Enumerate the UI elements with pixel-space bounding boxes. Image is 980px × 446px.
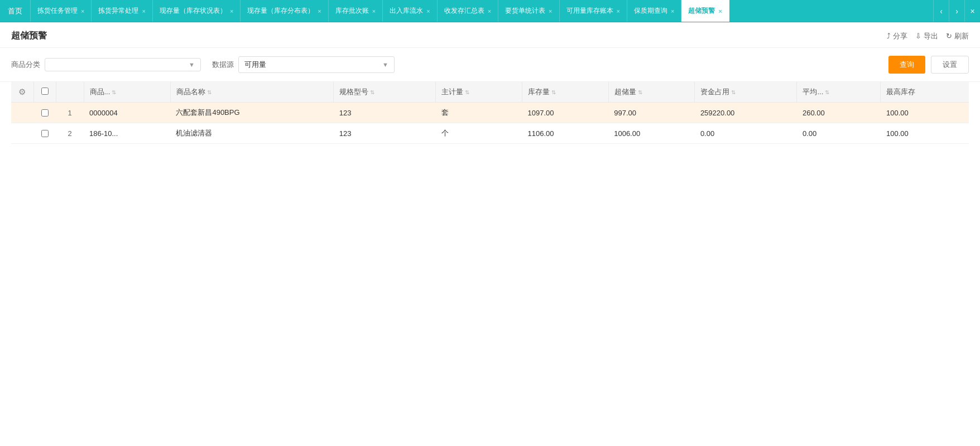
category-label: 商品分类 bbox=[11, 60, 40, 70]
nav-tab-close-7[interactable]: × bbox=[549, 8, 552, 14]
nav-tab-label-10: 超储预警 bbox=[688, 6, 715, 16]
refresh-label: 刷新 bbox=[954, 31, 969, 41]
gear-icon[interactable]: ⚙ bbox=[18, 87, 26, 96]
row-index-0: 1 bbox=[56, 103, 84, 123]
nav-tab-10[interactable]: 超储预警 × bbox=[681, 0, 729, 22]
sort-icon-avg: ⇅ bbox=[825, 89, 829, 95]
page-actions: ⤴ 分享 ⇩ 导出 ↻ 刷新 bbox=[887, 31, 969, 41]
nav-tab-close-3[interactable]: × bbox=[318, 8, 321, 14]
nav-tab-label-1: 拣货异常处理 bbox=[98, 6, 138, 16]
nav-tab-close-8[interactable]: × bbox=[617, 8, 620, 14]
nav-close-button[interactable]: × bbox=[964, 0, 980, 22]
th-unit[interactable]: 主计量 ⇅ bbox=[436, 82, 522, 103]
row-maxstock-1: 100.00 bbox=[881, 123, 969, 144]
nav-tab-label-0: 拣货任务管理 bbox=[37, 6, 78, 16]
th-stock[interactable]: 库存量 ⇅ bbox=[522, 82, 608, 103]
nav-tab-7[interactable]: 要货单统计表 × bbox=[498, 0, 559, 22]
nav-tab-label-7: 要货单统计表 bbox=[505, 6, 545, 16]
th-name-label: 商品名称 bbox=[176, 87, 205, 97]
row-avg-1: 0.00 bbox=[797, 123, 881, 144]
refresh-button[interactable]: ↻ 刷新 bbox=[946, 31, 969, 41]
row-spec-0: 123 bbox=[334, 103, 436, 123]
nav-tab-label-2: 现存量（库存状况表） bbox=[160, 6, 227, 16]
table-wrap: ⚙ 商品... ⇅ 商品名称 bbox=[0, 82, 980, 144]
nav-tab-3[interactable]: 现存量（库存分布表） × bbox=[241, 0, 328, 22]
nav-tab-close-4[interactable]: × bbox=[372, 8, 376, 14]
export-button[interactable]: ⇩ 导出 bbox=[915, 31, 938, 41]
refresh-icon: ↻ bbox=[946, 32, 952, 40]
sort-icon-overstock: ⇅ bbox=[638, 89, 642, 95]
row-stock-1: 1106.00 bbox=[522, 123, 608, 144]
nav-tab-5[interactable]: 出入库流水 × bbox=[383, 0, 437, 22]
select-all-checkbox[interactable] bbox=[41, 88, 49, 95]
sort-icon-name: ⇅ bbox=[207, 89, 212, 95]
row-index-1: 2 bbox=[56, 123, 84, 144]
row-spec-1: 123 bbox=[334, 123, 436, 144]
share-icon: ⤴ bbox=[887, 32, 891, 40]
query-button[interactable]: 查询 bbox=[888, 56, 925, 74]
row-checkbox-cell-1 bbox=[33, 123, 56, 144]
top-nav: 首页 拣货任务管理 × 拣货异常处理 × 现存量（库存状况表） × 现存量（库存… bbox=[0, 0, 980, 22]
nav-tab-8[interactable]: 可用量库存账本 × bbox=[560, 0, 627, 22]
th-index bbox=[56, 82, 84, 103]
th-overstock[interactable]: 超储量 ⇅ bbox=[608, 82, 695, 103]
row-avg-0: 260.00 bbox=[797, 103, 881, 123]
nav-tab-close-6[interactable]: × bbox=[488, 8, 491, 14]
filter-actions: 查询 设置 bbox=[888, 56, 969, 74]
nav-tab-2[interactable]: 现存量（库存状况表） × bbox=[153, 0, 241, 22]
th-name[interactable]: 商品名称 ⇅ bbox=[170, 82, 333, 103]
page-title: 超储预警 bbox=[11, 30, 47, 42]
row-capital-1: 0.00 bbox=[695, 123, 797, 144]
row-checkbox-cell-0 bbox=[33, 103, 56, 123]
th-capital[interactable]: 资金占用 ⇅ bbox=[695, 82, 797, 103]
chevron-down-icon: ▼ bbox=[189, 61, 195, 68]
nav-tab-label-9: 保质期查询 bbox=[634, 6, 667, 16]
nav-tab-1[interactable]: 拣货异常处理 × bbox=[92, 0, 152, 22]
th-maxstock-label: 最高库存 bbox=[886, 88, 915, 96]
nav-tab-close-1[interactable]: × bbox=[142, 8, 145, 14]
th-avg[interactable]: 平均... ⇅ bbox=[797, 82, 881, 103]
datasource-label: 数据源 bbox=[212, 60, 234, 70]
category-filter-group: 商品分类 ▼ bbox=[11, 58, 201, 71]
nav-tab-4[interactable]: 库存批次账 × bbox=[329, 0, 383, 22]
nav-next-button[interactable]: › bbox=[949, 0, 964, 22]
nav-home[interactable]: 首页 bbox=[0, 0, 31, 22]
nav-tab-close-10[interactable]: × bbox=[718, 8, 722, 14]
row-stock-0: 1097.00 bbox=[522, 103, 608, 123]
nav-tab-label-6: 收发存汇总表 bbox=[444, 6, 484, 16]
nav-tab-label-4: 库存批次账 bbox=[335, 6, 369, 16]
nav-tab-label-5: 出入库流水 bbox=[390, 6, 423, 16]
datasource-filter-group: 数据源 可用量 ▼ bbox=[212, 56, 395, 73]
sort-icon-unit: ⇅ bbox=[465, 89, 469, 95]
data-table: ⚙ 商品... ⇅ 商品名称 bbox=[11, 82, 969, 144]
nav-tab-9[interactable]: 保质期查询 × bbox=[627, 0, 681, 22]
row-gear-1 bbox=[11, 123, 33, 144]
th-capital-label: 资金占用 bbox=[700, 87, 729, 97]
nav-prev-button[interactable]: ‹ bbox=[933, 0, 949, 22]
th-maxstock: 最高库存 bbox=[881, 82, 969, 103]
nav-tab-close-5[interactable]: × bbox=[426, 8, 430, 14]
sort-icon-stock: ⇅ bbox=[551, 89, 556, 95]
category-select[interactable]: ▼ bbox=[45, 58, 201, 71]
row-capital-0: 259220.00 bbox=[695, 103, 797, 123]
th-spec[interactable]: 规格型号 ⇅ bbox=[334, 82, 436, 103]
nav-tab-close-0[interactable]: × bbox=[81, 8, 84, 14]
row-checkbox-1[interactable] bbox=[41, 130, 49, 137]
th-code[interactable]: 商品... ⇅ bbox=[84, 82, 170, 103]
th-stock-label: 库存量 bbox=[528, 87, 550, 97]
nav-tab-close-2[interactable]: × bbox=[230, 8, 233, 14]
th-unit-label: 主计量 bbox=[441, 87, 463, 97]
share-button[interactable]: ⤴ 分享 bbox=[887, 31, 907, 41]
nav-tab-6[interactable]: 收发存汇总表 × bbox=[438, 0, 498, 22]
sort-icon-code: ⇅ bbox=[112, 89, 116, 95]
chevron-down-icon-2: ▼ bbox=[382, 61, 388, 68]
datasource-select[interactable]: 可用量 ▼ bbox=[238, 56, 395, 73]
table-header-row: ⚙ 商品... ⇅ 商品名称 bbox=[11, 82, 969, 103]
nav-tab-close-9[interactable]: × bbox=[671, 8, 674, 14]
th-avg-label: 平均... bbox=[803, 87, 823, 97]
sort-icon-spec: ⇅ bbox=[370, 89, 374, 95]
row-code-0: 0000004 bbox=[84, 103, 170, 123]
settings-button[interactable]: 设置 bbox=[931, 56, 969, 74]
row-checkbox-0[interactable] bbox=[41, 109, 49, 117]
nav-tab-0[interactable]: 拣货任务管理 × bbox=[31, 0, 92, 22]
